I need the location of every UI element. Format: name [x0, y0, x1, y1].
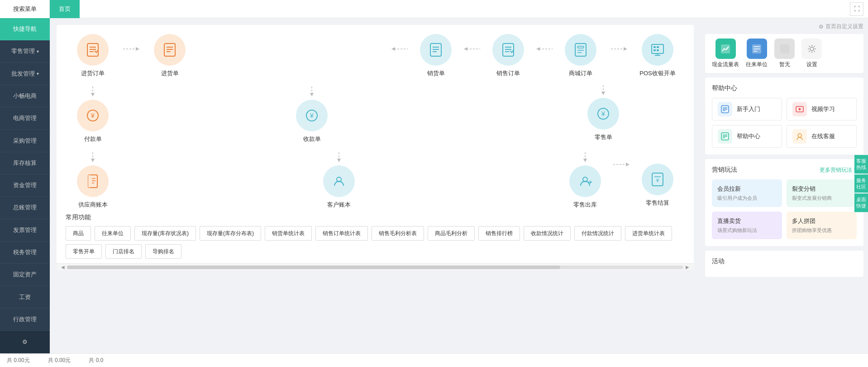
sidebar-item-tax[interactable]: 税务管理: [0, 241, 50, 264]
svg-rect-75: [780, 44, 789, 53]
flow-node-customer-book[interactable]: 客户账本: [312, 165, 366, 209]
flow-node-retail-settle[interactable]: ¥ 零售结算: [630, 164, 685, 207]
arrow-down-supplier: [90, 151, 96, 164]
right-panel: ⚙ 首页自定义设置 现金流量表: [701, 18, 868, 353]
func-btn-store-rank[interactable]: 门店排名: [105, 244, 142, 259]
svg-text:¥: ¥: [601, 110, 605, 117]
quick-nav-card: 进货订单 进货单: [57, 25, 694, 270]
func-btn-partner[interactable]: 往来单位: [95, 226, 131, 241]
help-item-video[interactable]: 视频学习: [787, 98, 857, 121]
sidebar-item-ecommerce[interactable]: 电商管理: [0, 107, 50, 130]
func-btn-purchase-stat[interactable]: 进货单统计表: [625, 226, 672, 241]
scroll-left-btn[interactable]: ◀: [59, 265, 67, 270]
customize-link[interactable]: ⚙ 首页自定义设置: [819, 23, 863, 30]
help-item-service[interactable]: 在线客服: [787, 125, 857, 148]
svg-rect-33: [657, 49, 659, 51]
cashflow-icon-box: [715, 39, 736, 59]
sidebar-item-retail[interactable]: 零售管理 ▾: [0, 40, 50, 63]
shortcut-cashflow[interactable]: 现金流量表: [712, 39, 739, 68]
marketing-more-link[interactable]: 更多营销玩法 >: [820, 166, 857, 174]
sidebar-item-admin[interactable]: 行政管理: [0, 309, 50, 331]
func-btn-payment-stat[interactable]: 付款情况统计: [574, 226, 621, 241]
scroll-bar: ◀ ▶: [57, 263, 694, 270]
float-btn-community[interactable]: 服务 社区: [854, 174, 868, 193]
help-item-helpcenter[interactable]: 帮助中心: [712, 125, 782, 148]
flow-row-3-wrapper: 供应商账本: [66, 150, 685, 209]
customize-row: ⚙ 首页自定义设置: [705, 23, 863, 30]
flow-node-sales-order[interactable]: 销售订单: [481, 34, 535, 77]
float-btn-desktop[interactable]: 桌面 快捷: [854, 193, 868, 212]
scroll-track[interactable]: [67, 266, 683, 269]
sidebar-item-invoice[interactable]: 发票管理: [0, 219, 50, 241]
func-btn-guide-rank[interactable]: 导购排名: [145, 244, 181, 259]
marketing-card: 营销玩法 更多营销玩法 > 会员拉新 吸引用户成为会员 裂变分销 裂变式发展分销…: [705, 159, 863, 246]
arrow-from-pos: [600, 84, 606, 96]
float-btn-service[interactable]: 客服 热线: [854, 155, 868, 174]
marketing-item-fission[interactable]: 裂变分销 裂变式发展分销商: [787, 179, 857, 207]
sidebar-item-assets[interactable]: 固定资产: [0, 264, 50, 286]
flow-node-retail-out[interactable]: 零售出库: [558, 165, 612, 209]
header-right: ⛶: [850, 2, 868, 16]
flow-diagram: 进货订单 进货单: [66, 34, 685, 209]
bottom-stat-1: 共 0.00元: [7, 357, 30, 364]
flow-node-retail-order[interactable]: ¥ 零售单: [576, 98, 630, 141]
sidebar-item-xiaochangecom[interactable]: 小畅电商: [0, 85, 50, 107]
sidebar-item-wholesale[interactable]: 批发管理 ▾: [0, 63, 50, 85]
col-receipt: ¥ 收款单: [285, 84, 339, 143]
sidebar-item-inventory[interactable]: 库存核算: [0, 152, 50, 174]
func-btn-receipt-stat[interactable]: 收款情况统计: [524, 226, 571, 241]
flow-node-receipt[interactable]: ¥ 收款单: [285, 100, 339, 143]
sidebar-item-quicknav[interactable]: 快捷导航: [0, 18, 50, 40]
arrow-right-retail: [612, 150, 630, 168]
gear-icon-small: ⚙: [819, 24, 824, 30]
marketing-header: 营销玩法 更多营销玩法 >: [712, 166, 857, 174]
flow-node-mall-order[interactable]: 商城订单: [553, 34, 608, 77]
func-btn-sales-order-stat[interactable]: 销售订单统计表: [315, 226, 368, 241]
flow-node-purchase[interactable]: 进货单: [143, 34, 197, 77]
header: 搜索菜单 首页 ⛶: [0, 0, 868, 18]
flow-row-1: 进货订单 进货单: [66, 34, 685, 77]
func-btn-goods[interactable]: 商品: [66, 226, 91, 241]
svg-marker-45: [601, 92, 605, 95]
svg-marker-56: [337, 159, 341, 162]
func-btn-sales-stat[interactable]: 销货单统计表: [265, 226, 312, 241]
func-btn-goods-profit[interactable]: 商品毛利分析: [428, 226, 475, 241]
marketing-item-group[interactable]: 多人拼团 拼团购物享受优惠: [787, 212, 857, 239]
flow-node-supplier-book[interactable]: 供应商账本: [66, 165, 120, 209]
flow-node-pos[interactable]: POS收银开单: [630, 34, 685, 77]
marketing-title: 营销玩法: [712, 166, 737, 174]
shortcut-partner[interactable]: 往来单位: [746, 39, 768, 68]
marketing-item-live[interactable]: 直播卖货 场景式购物新玩法: [712, 212, 782, 239]
col-retail-out: 零售出库: [558, 150, 612, 209]
help-item-beginner[interactable]: 新手入门: [712, 98, 782, 121]
func-btn-sales-rank[interactable]: 销售排行榜: [478, 226, 520, 241]
sidebar-settings-btn[interactable]: ⚙: [0, 331, 50, 353]
search-menu-btn[interactable]: 搜索菜单: [0, 0, 50, 18]
sidebar-item-ledger[interactable]: 总账管理: [0, 197, 50, 219]
fullscreen-button[interactable]: ⛶: [850, 2, 863, 16]
shortcut-settings[interactable]: 设置: [801, 39, 822, 68]
col-payment: ¥ 付款单: [66, 84, 120, 143]
flow-node-payment[interactable]: ¥ 付款单: [66, 100, 120, 143]
tab-home[interactable]: 首页: [50, 0, 80, 18]
activity-card: 活动: [705, 251, 863, 277]
sidebar-item-funds[interactable]: 资金管理: [0, 174, 50, 197]
func-btn-stock-status[interactable]: 现存量(库存状况表): [134, 226, 196, 241]
marketing-item-member[interactable]: 会员拉新 吸引用户成为会员: [712, 179, 782, 207]
func-btn-sales-profit[interactable]: 销售毛利分析表: [372, 226, 424, 241]
shortcut-none[interactable]: 暂无: [774, 39, 795, 68]
scroll-right-btn[interactable]: ▶: [683, 265, 692, 270]
svg-marker-41: [310, 93, 314, 97]
common-functions: 常用功能 商品 往来单位 现存量(库存状况表) 现存量(库存分布表) 销货单统计…: [66, 213, 685, 259]
flow-node-purchase-order[interactable]: 进货订单: [66, 34, 120, 77]
sidebar-item-purchase[interactable]: 采购管理: [0, 130, 50, 152]
col-supplier: 供应商账本: [66, 150, 120, 209]
col-customer-book: 客户账本: [312, 150, 366, 209]
func-btn-retail-order[interactable]: 零售开单: [66, 244, 102, 259]
sidebar-item-payroll[interactable]: 工资: [0, 286, 50, 308]
mall-order-icon: [565, 34, 596, 66]
flow-node-sales[interactable]: 销货单: [409, 34, 463, 77]
payment-icon: ¥: [77, 100, 109, 131]
arrow-left-3: [463, 46, 481, 66]
func-btn-stock-dist[interactable]: 现存量(库存分布表): [200, 226, 261, 241]
